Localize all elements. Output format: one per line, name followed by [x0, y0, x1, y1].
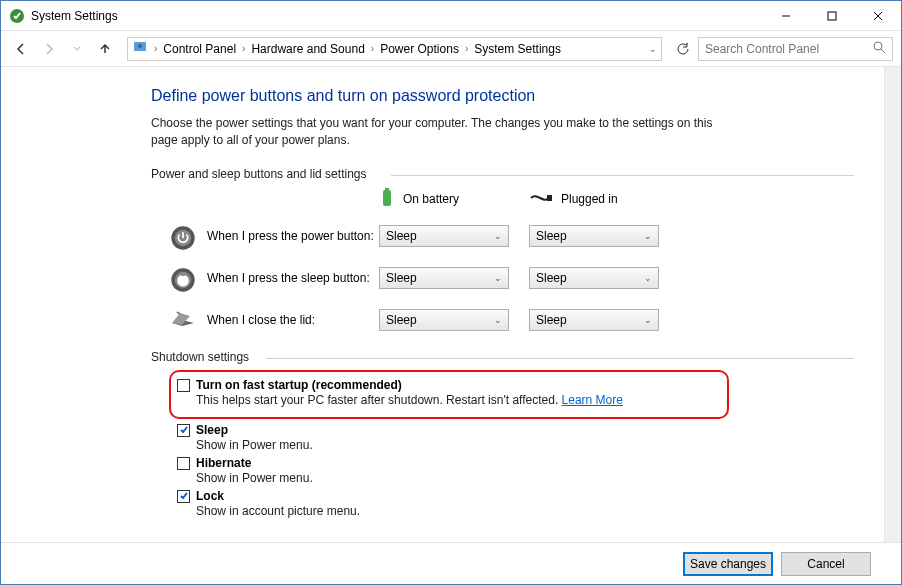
crumb-system-settings[interactable]: System Settings [474, 42, 561, 56]
checkbox-hibernate[interactable] [177, 457, 190, 470]
lock-sub: Show in account picture menu. [196, 504, 360, 518]
checkbox-lock[interactable] [177, 490, 190, 503]
forward-button[interactable] [37, 37, 61, 61]
power-button-icon [169, 224, 197, 248]
chevron-right-icon: › [371, 43, 374, 54]
search-box[interactable] [698, 37, 893, 61]
window-title: System Settings [31, 9, 118, 23]
row-close-lid: When I close the lid: Sleep⌄ Sleep⌄ [169, 308, 729, 332]
save-button[interactable]: Save changes [683, 552, 773, 576]
search-icon [873, 40, 886, 58]
crumb-power-options[interactable]: Power Options [380, 42, 459, 56]
fast-startup-highlight: Turn on fast startup (recommended) This … [169, 370, 729, 419]
up-button[interactable] [93, 37, 117, 61]
lock-label: Lock [196, 489, 360, 503]
lid-icon [169, 308, 197, 332]
learn-more-link[interactable]: Learn More [562, 393, 623, 407]
svg-point-7 [874, 42, 882, 50]
chevron-down-icon: ⌄ [494, 315, 502, 325]
hibernate-label: Hibernate [196, 456, 313, 470]
select-sleep-plugged[interactable]: Sleep⌄ [529, 267, 659, 289]
chevron-down-icon: ⌄ [494, 273, 502, 283]
section-header-buttons: Power and sleep buttons and lid settings [151, 167, 884, 181]
col-plugged-in: Plugged in [529, 187, 679, 212]
svg-line-8 [881, 49, 885, 53]
vertical-scrollbar[interactable] [884, 67, 901, 542]
chevron-right-icon: › [242, 43, 245, 54]
svg-point-6 [138, 44, 142, 48]
chevron-right-icon: › [465, 43, 468, 54]
close-button[interactable] [855, 1, 901, 31]
select-lid-battery[interactable]: Sleep⌄ [379, 309, 509, 331]
maximize-button[interactable] [809, 1, 855, 31]
chevron-down-icon: ⌄ [644, 231, 652, 241]
breadcrumb[interactable]: › Control Panel › Hardware and Sound › P… [127, 37, 662, 61]
sleep-sub: Show in Power menu. [196, 438, 313, 452]
app-icon [9, 8, 25, 24]
footer: Save changes Cancel [1, 542, 901, 584]
control-panel-icon [132, 39, 148, 58]
svg-rect-11 [547, 195, 552, 201]
svg-rect-10 [385, 188, 389, 191]
page-title: Define power buttons and turn on passwor… [151, 87, 884, 105]
cancel-button[interactable]: Cancel [781, 552, 871, 576]
col-on-battery: On battery [379, 187, 529, 212]
fast-startup-label: Turn on fast startup (recommended) [196, 378, 623, 392]
sleep-label: Sleep [196, 423, 313, 437]
toolbar: › Control Panel › Hardware and Sound › P… [1, 31, 901, 67]
recent-dropdown[interactable] [65, 37, 89, 61]
chevron-down-icon: ⌄ [644, 273, 652, 283]
select-lid-plugged[interactable]: Sleep⌄ [529, 309, 659, 331]
checkbox-fast-startup[interactable] [177, 379, 190, 392]
svg-rect-2 [828, 12, 836, 20]
section-header-shutdown: Shutdown settings [151, 350, 884, 364]
select-power-battery[interactable]: Sleep⌄ [379, 225, 509, 247]
plug-icon [529, 190, 553, 209]
svg-rect-9 [383, 190, 391, 206]
chevron-down-icon[interactable]: ⌄ [649, 44, 657, 54]
select-power-plugged[interactable]: Sleep⌄ [529, 225, 659, 247]
chevron-right-icon: › [154, 43, 157, 54]
crumb-control-panel[interactable]: Control Panel [163, 42, 236, 56]
row-sleep-button: When I press the sleep button: Sleep⌄ Sl… [169, 266, 729, 290]
checkbox-sleep[interactable] [177, 424, 190, 437]
content-area: Define power buttons and turn on passwor… [1, 67, 884, 542]
sleep-button-icon [169, 266, 197, 290]
search-input[interactable] [705, 42, 873, 56]
chevron-down-icon: ⌄ [494, 231, 502, 241]
chevron-down-icon: ⌄ [644, 315, 652, 325]
back-button[interactable] [9, 37, 33, 61]
refresh-button[interactable] [672, 38, 694, 60]
minimize-button[interactable] [763, 1, 809, 31]
hibernate-sub: Show in Power menu. [196, 471, 313, 485]
page-description: Choose the power settings that you want … [151, 115, 721, 149]
fast-startup-sub: This helps start your PC faster after sh… [196, 393, 623, 407]
titlebar: System Settings [1, 1, 901, 31]
select-sleep-battery[interactable]: Sleep⌄ [379, 267, 509, 289]
crumb-hardware-sound[interactable]: Hardware and Sound [251, 42, 364, 56]
battery-icon [379, 187, 395, 212]
row-power-button: When I press the power button: Sleep⌄ Sl… [169, 224, 729, 248]
